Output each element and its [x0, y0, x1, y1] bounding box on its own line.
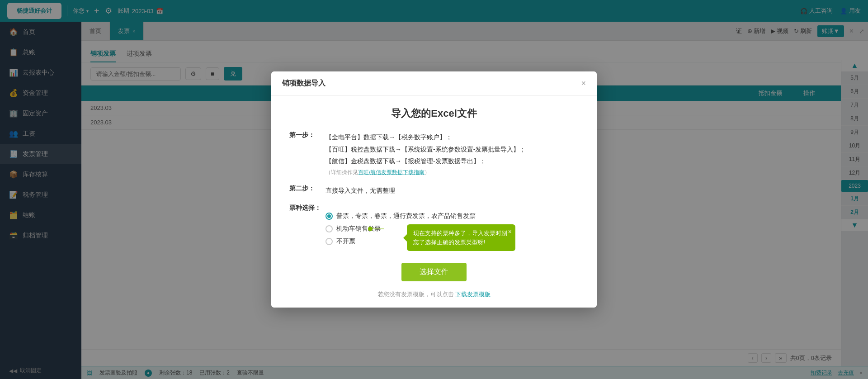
step1-line2: 【百旺】税控盘数据下载→【系统设置-系统参数设置-发票批量导入】； [326, 143, 526, 156]
radio-motor-circle [326, 225, 333, 232]
modal-footer-hint: 若您没有发票模版，可以点击 下载发票模版 [289, 290, 579, 298]
ticket-label: 票种选择： [289, 204, 326, 254]
modal-main-title: 导入您的Excel文件 [289, 107, 579, 120]
modal-close-btn[interactable]: × [581, 79, 586, 88]
modal-title: 销项数据导入 [282, 79, 326, 88]
ticket-step: 票种选择： 普票，专票，卷票，通行费发票，农产品销售发票 机动车销售发票 [289, 204, 579, 254]
import-modal: 销项数据导入 × 导入您的Excel文件 第一步： 【全电平台】数据下载→【税务… [271, 71, 597, 308]
radio-normal-circle [326, 213, 333, 220]
tooltip-bubble: × 现在支持的票种多了，导入发票时别忘了选择正确的发票类型呀! [407, 224, 515, 251]
guide-link[interactable]: 百旺/航信发票数据下载指南 [358, 169, 425, 175]
modal-header: 销项数据导入 × [271, 71, 597, 96]
radio-normal[interactable]: 普票，专票，卷票，通行费发票，农产品销售发票 [326, 212, 476, 220]
radio-no-invoice-circle [326, 238, 333, 245]
ticket-radio-group: 普票，专票，卷票，通行费发票，农产品销售发票 机动车销售发票 × 现在支持的票 [326, 208, 476, 250]
step1-line3: 【航信】金税盘数据下载→【报税管理-发票数据导出】； [326, 155, 526, 167]
modal-overlay[interactable]: 销项数据导入 × 导入您的Excel文件 第一步： 【全电平台】数据下载→【税务… [0, 0, 868, 379]
select-file-btn[interactable]: 选择文件 [401, 263, 467, 281]
step1-content: 【全电平台】数据下载→【税务数字账户】； 【百旺】税控盘数据下载→【系统设置-系… [326, 131, 526, 178]
tooltip-line [372, 229, 384, 229]
tooltip-close-btn[interactable]: × [508, 227, 512, 237]
step1-label: 第一步： [289, 131, 326, 178]
modal-body: 导入您的Excel文件 第一步： 【全电平台】数据下载→【税务数字账户】； 【百… [271, 96, 597, 308]
step1-line1: 【全电平台】数据下载→【税务数字账户】； [326, 131, 526, 143]
step2: 第二步： 直接导入文件，无需整理 [289, 185, 579, 197]
radio-motor[interactable]: 机动车销售发票 × 现在支持的票种多了，导入发票时别忘了选择正确的发票类型呀! [326, 225, 476, 233]
step2-label: 第二步： [289, 185, 326, 197]
step1: 第一步： 【全电平台】数据下载→【税务数字账户】； 【百旺】税控盘数据下载→【系… [289, 131, 579, 178]
step1-hint: （详细操作见百旺/航信发票数据下载指南） [326, 167, 526, 178]
step2-content: 直接导入文件，无需整理 [326, 185, 395, 197]
download-template-link[interactable]: 下载发票模版 [455, 291, 491, 298]
